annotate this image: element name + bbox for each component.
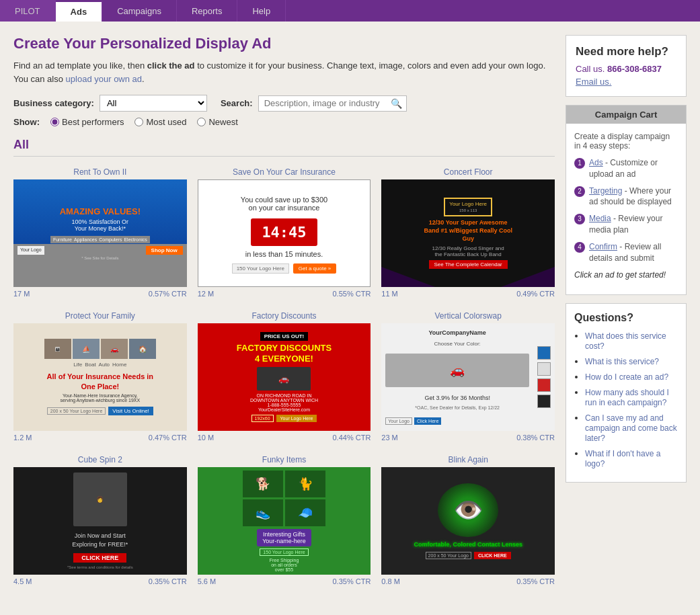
step-number-1: 1 bbox=[574, 158, 585, 169]
ad-stats: 1.2 M 0.47% CTR bbox=[13, 434, 187, 442]
ad-thumbnail[interactable]: Your Logo Here150 x 113 12/30 Your Super… bbox=[381, 179, 555, 287]
question-link[interactable]: What if I don't have a logo? bbox=[585, 449, 660, 468]
ad-thumbnail[interactable]: 👨‍👩‍👧 ⛵ 🚗 🏠 LifeBoatAutoHome All of Your… bbox=[13, 323, 187, 431]
questions-list: What does this service cost? What is thi… bbox=[574, 331, 678, 468]
questions-box: Questions? What does this service cost? … bbox=[566, 303, 687, 483]
question-item: Can I save my ad and campaign and come b… bbox=[585, 413, 678, 443]
cart-steps: 1 Ads - Customize or upload an ad 2 Targ… bbox=[574, 157, 678, 263]
step-number-2: 2 bbox=[574, 186, 585, 197]
help-box: Need more help? Call us. 866-308-6837 Em… bbox=[566, 35, 687, 97]
question-link[interactable]: How do I create an ad? bbox=[585, 372, 668, 382]
ad-impressions: 17 M bbox=[13, 290, 30, 298]
ad-title[interactable]: Save On Your Car Insurance bbox=[198, 167, 371, 177]
search-button[interactable]: 🔍 bbox=[387, 96, 406, 111]
ad-ctr: 0.35% CTR bbox=[149, 577, 187, 585]
cart-step-3: 3 Media - Review your media plan bbox=[574, 213, 678, 236]
cart-step-2: 2 Targeting - Where your ad should be di… bbox=[574, 186, 678, 208]
ad-item: Concert Floor Your Logo Here150 x 113 12… bbox=[381, 167, 555, 298]
ad-impressions: 12 M bbox=[198, 290, 214, 298]
step-link-ads[interactable]: Ads bbox=[589, 158, 603, 167]
category-label: Business category: bbox=[13, 98, 94, 108]
ad-title[interactable]: Rent To Own II bbox=[13, 167, 187, 177]
question-link[interactable]: What does this service cost? bbox=[585, 331, 666, 351]
step-number-4: 4 bbox=[574, 242, 585, 253]
ad-ctr: 0.57% CTR bbox=[149, 290, 187, 298]
search-box: 🔍 bbox=[258, 95, 407, 112]
ad-thumbnail[interactable]: PRICE US OUT! FACTORY DISCOUNTS4 EVERYON… bbox=[198, 323, 371, 431]
ad-stats: 0.8 M 0.35% CTR bbox=[381, 577, 555, 585]
ad-stats: 12 M 0.55% CTR bbox=[198, 290, 371, 298]
ad-thumbnail[interactable]: YourCompanyName Choose Your Color: 🚗 Get… bbox=[381, 323, 555, 431]
ad-stats: 5.6 M 0.35% CTR bbox=[198, 577, 371, 585]
help-phone: Call us. 866-308-6837 bbox=[576, 64, 676, 74]
ad-title[interactable]: Protect Your Family bbox=[13, 311, 187, 321]
show-row: Show: Best performers Most used Newest bbox=[13, 117, 555, 127]
question-link[interactable]: Can I save my ad and campaign and come b… bbox=[585, 413, 677, 443]
ad-stats: 4.5 M 0.35% CTR bbox=[13, 577, 187, 585]
cart-step-1: 1 Ads - Customize or upload an ad bbox=[574, 157, 678, 180]
radio-newest[interactable]: Newest bbox=[197, 117, 237, 127]
section-heading: All bbox=[13, 138, 555, 157]
question-link[interactable]: How many ads should I run in each campai… bbox=[585, 388, 669, 407]
radio-best-performers[interactable]: Best performers bbox=[50, 117, 124, 127]
ad-title[interactable]: Concert Floor bbox=[381, 167, 555, 177]
ad-ctr: 0.35% CTR bbox=[516, 577, 555, 585]
ad-impressions: 11 M bbox=[381, 290, 397, 298]
page-title: Create Your Personalized Display Ad bbox=[13, 35, 555, 52]
upload-ad-link[interactable]: upload your own ad bbox=[66, 74, 142, 84]
help-title: Need more help? bbox=[576, 45, 676, 58]
ad-title[interactable]: Vertical Colorswap bbox=[381, 311, 555, 321]
nav-reports[interactable]: Reports bbox=[177, 0, 238, 22]
cart-header: Campaign Cart bbox=[566, 106, 686, 124]
question-item: How do I create an ad? bbox=[585, 372, 678, 382]
filters-row: Business category: All Search: 🔍 bbox=[13, 95, 555, 112]
step-link-media[interactable]: Media bbox=[589, 214, 611, 223]
show-label: Show: bbox=[13, 117, 40, 127]
question-link[interactable]: What is this service? bbox=[585, 357, 659, 366]
radio-most-used[interactable]: Most used bbox=[134, 117, 186, 127]
category-select[interactable]: All bbox=[100, 95, 207, 112]
ad-ctr: 0.49% CTR bbox=[516, 290, 555, 298]
search-input[interactable] bbox=[259, 96, 387, 110]
ad-thumbnail[interactable]: 🐕 🐈 👟 🧢 Interesting GiftsYour-name-here … bbox=[198, 467, 371, 575]
ad-thumbnail[interactable]: AMAZING VALUES! 100% Satisfaction Or You… bbox=[13, 179, 187, 287]
cart-step-4: 4 Confirm - Review all details and submi… bbox=[574, 241, 678, 264]
ad-impressions: 1.2 M bbox=[13, 434, 32, 442]
ad-impressions: 23 M bbox=[381, 434, 397, 442]
top-nav: PILOT Ads Campaigns Reports Help bbox=[0, 0, 700, 22]
search-filter-group: Search: 🔍 bbox=[221, 95, 407, 112]
category-filter-group: Business category: All bbox=[13, 95, 207, 112]
nav-pilot[interactable]: PILOT bbox=[0, 0, 56, 22]
ad-item: Save On Your Car Insurance You could sav… bbox=[198, 167, 371, 298]
ad-item: Factory Discounts PRICE US OUT! FACTORY … bbox=[198, 311, 371, 442]
help-email-link[interactable]: Email us. bbox=[576, 77, 676, 87]
ad-ctr: 0.44% CTR bbox=[332, 434, 371, 442]
step-link-confirm[interactable]: Confirm bbox=[589, 242, 617, 251]
ad-impressions: 5.6 M bbox=[198, 577, 217, 585]
ad-stats: 23 M 0.38% CTR bbox=[381, 434, 555, 442]
nav-campaigns[interactable]: Campaigns bbox=[102, 0, 177, 22]
ad-item: Cube Spin 2 👩 Join Now and StartExplorin… bbox=[13, 455, 187, 585]
step-number-3: 3 bbox=[574, 214, 585, 224]
content-area: Create Your Personalized Display Ad Find… bbox=[13, 35, 555, 585]
ad-title[interactable]: Blink Again bbox=[381, 455, 555, 464]
question-item: What is this service? bbox=[585, 356, 678, 366]
cart-body: Create a display campaign in 4 easy step… bbox=[566, 124, 686, 294]
ad-title[interactable]: Funky Items bbox=[198, 455, 371, 464]
nav-help[interactable]: Help bbox=[237, 0, 286, 22]
ad-item: Blink Again 👁️ Comfortable, Colored Cont… bbox=[381, 455, 555, 585]
ad-title[interactable]: Factory Discounts bbox=[198, 311, 371, 321]
ad-impressions: 10 M bbox=[198, 434, 214, 442]
ad-thumbnail[interactable]: You could save up to $300on your car ins… bbox=[198, 179, 371, 287]
step-link-targeting[interactable]: Targeting bbox=[589, 186, 622, 196]
ad-thumbnail[interactable]: 👩 Join Now and StartExploring for FREE!*… bbox=[13, 467, 187, 575]
campaign-cart: Campaign Cart Create a display campaign … bbox=[566, 105, 687, 295]
sidebar: Need more help? Call us. 866-308-6837 Em… bbox=[566, 35, 687, 585]
ad-ctr: 0.47% CTR bbox=[149, 434, 187, 442]
question-item: What if I don't have a logo? bbox=[585, 448, 678, 468]
ad-thumbnail[interactable]: 👁️ Comfortable, Colored Contact Lenses 2… bbox=[381, 467, 555, 575]
ad-item: Funky Items 🐕 🐈 👟 🧢 Interesting GiftsYou… bbox=[198, 455, 371, 585]
ad-title[interactable]: Cube Spin 2 bbox=[13, 455, 187, 464]
nav-ads[interactable]: Ads bbox=[56, 0, 103, 22]
question-item: What does this service cost? bbox=[585, 331, 678, 351]
